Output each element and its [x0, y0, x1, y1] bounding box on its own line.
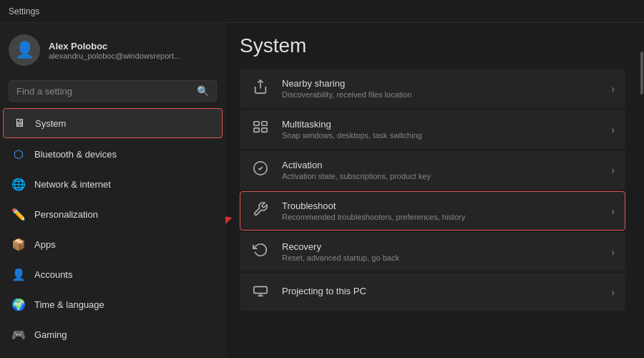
- nearby-sharing-text: Nearby sharing Discoverability, received…: [282, 78, 600, 99]
- multitasking-subtitle: Snap windows, desktops, task switching: [282, 131, 600, 140]
- sidebar-item-label: Bluetooth & devices: [34, 149, 117, 160]
- accounts-icon: 👤: [11, 267, 26, 281]
- gaming-icon: 🎮: [11, 327, 26, 342]
- nearby-sharing-subtitle: Discoverability, received files location: [282, 90, 600, 99]
- troubleshoot-subtitle: Recommended troubleshooters, preferences…: [282, 213, 600, 221]
- apps-icon: 📦: [11, 237, 26, 251]
- settings-row-nearby-sharing[interactable]: Nearby sharing Discoverability, received…: [240, 69, 625, 108]
- settings-row-multitasking[interactable]: Multitasking Snap windows, desktops, tas…: [240, 110, 625, 149]
- scrollbar-track[interactable]: [640, 23, 644, 358]
- main-layout: 👤 Alex Poloboc alexandru_poloboc@windows…: [0, 23, 644, 358]
- activation-subtitle: Activation state, subscriptions, product…: [282, 172, 600, 180]
- sidebar-item-apps[interactable]: 📦 Apps: [3, 230, 223, 258]
- settings-row-troubleshoot[interactable]: Troubleshoot Recommended troubleshooters…: [240, 191, 625, 231]
- settings-row-projecting[interactable]: Projecting to this PC ›: [240, 273, 625, 311]
- sidebar-item-label: Accounts: [34, 269, 72, 280]
- content-area: 1 2 System: [225, 23, 640, 358]
- nearby-sharing-icon: [250, 79, 270, 98]
- avatar: 👤: [9, 34, 40, 66]
- multitasking-icon: [250, 120, 270, 139]
- chevron-icon: ›: [611, 124, 615, 135]
- user-info: Alex Poloboc alexandru_poloboc@windowsre…: [49, 41, 180, 60]
- search-box[interactable]: Find a setting 🔍: [9, 80, 217, 102]
- user-name: Alex Poloboc: [49, 41, 180, 52]
- sidebar-item-gaming[interactable]: 🎮 Gaming: [3, 320, 223, 349]
- bluetooth-icon: ⬡: [11, 147, 26, 161]
- troubleshoot-text: Troubleshoot Recommended troubleshooters…: [282, 200, 600, 221]
- settings-row-recovery[interactable]: Recovery Reset, advanced startup, go bac…: [240, 232, 625, 271]
- activation-icon: [250, 160, 270, 180]
- recovery-text: Recovery Reset, advanced startup, go bac…: [282, 241, 600, 262]
- sidebar-item-bluetooth[interactable]: ⬡ Bluetooth & devices: [3, 140, 223, 168]
- projecting-icon: [250, 282, 270, 301]
- recovery-icon: [250, 242, 270, 261]
- settings-list: Nearby sharing Discoverability, received…: [240, 69, 625, 311]
- svg-rect-5: [254, 128, 259, 132]
- sidebar-item-accounts[interactable]: 👤 Accounts: [3, 260, 223, 289]
- projecting-text: Projecting to this PC: [282, 286, 600, 298]
- troubleshoot-title: Troubleshoot: [282, 200, 600, 211]
- personalization-icon: ✏️: [11, 207, 26, 221]
- sidebar-item-label: Apps: [34, 239, 56, 250]
- activation-title: Activation: [282, 160, 600, 170]
- search-icon: 🔍: [197, 85, 209, 97]
- search-container: Find a setting 🔍: [0, 77, 225, 107]
- user-profile[interactable]: 👤 Alex Poloboc alexandru_poloboc@windows…: [0, 23, 225, 77]
- chevron-icon: ›: [611, 83, 615, 95]
- settings-row-activation[interactable]: Activation Activation state, subscriptio…: [240, 150, 625, 190]
- scrollbar-thumb[interactable]: [640, 52, 643, 95]
- projecting-title: Projecting to this PC: [282, 286, 600, 296]
- sidebar-item-system[interactable]: 🖥 System: [3, 108, 223, 138]
- recovery-title: Recovery: [282, 241, 600, 252]
- network-icon: 🌐: [11, 177, 26, 191]
- chevron-icon: ›: [611, 205, 615, 217]
- sidebar-item-network[interactable]: 🌐 Network & internet: [3, 170, 223, 198]
- nearby-sharing-title: Nearby sharing: [282, 78, 600, 89]
- title-bar-text: Settings: [9, 6, 39, 16]
- svg-rect-4: [262, 122, 267, 126]
- chevron-icon: ›: [611, 246, 615, 258]
- sidebar-item-label: Personalization: [34, 209, 98, 220]
- page-title: System: [240, 34, 625, 57]
- sidebar-item-label: System: [35, 118, 66, 129]
- recovery-subtitle: Reset, advanced startup, go back: [282, 253, 600, 262]
- system-icon: 🖥: [12, 116, 26, 130]
- sidebar-item-label: Gaming: [34, 329, 67, 340]
- svg-rect-3: [254, 122, 259, 126]
- multitasking-title: Multitasking: [282, 119, 600, 130]
- svg-rect-6: [262, 128, 267, 132]
- search-placeholder: Find a setting: [16, 86, 191, 97]
- sidebar-item-label: Time & language: [34, 299, 104, 310]
- sidebar-item-personalization[interactable]: ✏️ Personalization: [3, 200, 223, 228]
- sidebar-item-time[interactable]: 🌍 Time & language: [3, 290, 223, 319]
- annotation-group-2: 2: [225, 209, 236, 254]
- sidebar-item-label: Network & internet: [34, 179, 111, 190]
- user-email: alexandru_poloboc@windowsreport...: [49, 52, 180, 60]
- activation-text: Activation Activation state, subscriptio…: [282, 160, 600, 180]
- time-icon: 🌍: [11, 297, 26, 311]
- user-icon: 👤: [15, 41, 34, 59]
- title-bar: Settings: [0, 0, 644, 23]
- troubleshoot-icon: [250, 201, 270, 221]
- chevron-icon: ›: [611, 165, 615, 176]
- sidebar: 👤 Alex Poloboc alexandru_poloboc@windows…: [0, 23, 225, 358]
- chevron-icon: ›: [611, 286, 615, 298]
- multitasking-text: Multitasking Snap windows, desktops, tas…: [282, 119, 600, 140]
